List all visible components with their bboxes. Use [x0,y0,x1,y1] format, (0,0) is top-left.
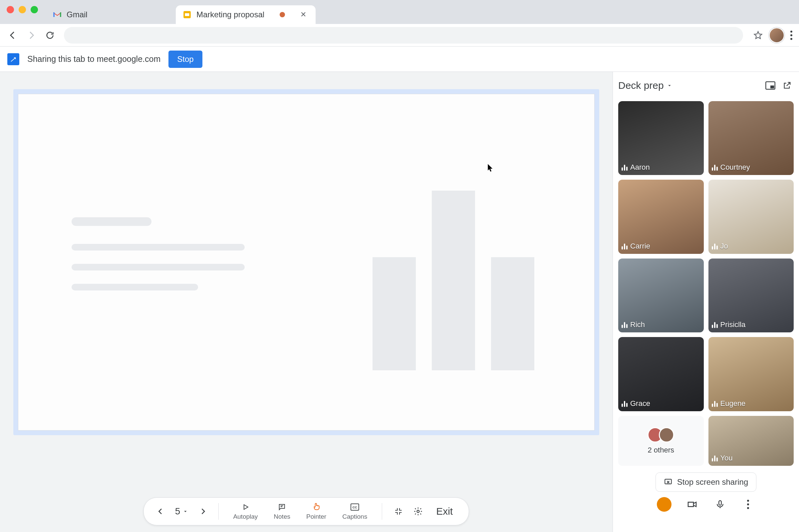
meet-panel-header: Deck prep [618,76,794,95]
next-slide-button[interactable] [196,505,209,518]
audio-level-icon [621,321,628,328]
browser-toolbar [0,24,799,46]
slide-title-placeholder [72,217,151,226]
slides-presentation-pane: 5 Autoplay Notes Pointer CC Captions [0,72,613,532]
audio-level-icon [712,455,718,461]
captions-button[interactable]: CC Captions [336,502,373,520]
google-slides-icon [182,10,192,19]
camera-toggle-button[interactable] [685,497,700,512]
participant-name: Grace [630,399,650,408]
others-count-label: 2 others [648,446,674,455]
slide-frame [13,89,599,435]
slide-canvas[interactable] [18,94,595,431]
audio-level-icon [712,164,718,171]
reload-button[interactable] [42,27,58,43]
close-window-button[interactable] [7,6,14,13]
participant-grid: Aaron Courtney Carrie Jo Rich Prisiclla … [618,101,794,466]
chevron-down-icon [182,508,188,514]
compress-icon [394,507,403,516]
stop-sharing-button[interactable]: Stop [168,51,202,68]
bookmark-star-icon[interactable] [753,30,763,40]
meet-side-panel: Deck prep Aaron Courtney Carrie Jo [613,72,799,532]
profile-avatar[interactable] [769,27,784,43]
maximize-window-button[interactable] [31,6,38,13]
minimize-view-button[interactable] [391,507,406,516]
participant-tile[interactable]: Rich [618,259,704,332]
participant-tile[interactable]: Prisiclla [708,259,794,332]
tab-title: Gmail [67,10,88,19]
tab-gmail[interactable]: Gmail [46,5,176,24]
mic-toggle-button[interactable] [713,497,727,512]
screen-share-icon [7,53,19,65]
participant-tile[interactable]: Courtney [708,101,794,175]
audio-level-icon [621,164,628,171]
gear-icon [413,507,423,516]
slide-text-placeholder [72,284,198,290]
prev-slide-button[interactable] [154,505,167,518]
close-tab-button[interactable]: ✕ [300,11,306,18]
notes-button[interactable]: Notes [268,502,296,520]
chevron-down-icon [667,82,672,89]
pointer-button[interactable]: Pointer [300,502,332,520]
others-avatars [648,427,674,442]
participant-name: Carrie [630,242,650,250]
participant-name: Courtney [721,163,750,172]
notes-icon [278,502,286,512]
chart-bar [432,191,475,370]
audio-level-icon [712,321,718,328]
participant-name: Prisiclla [721,320,746,329]
stop-screen-share-icon [664,478,672,487]
toolbar-divider [382,503,382,520]
participant-name: Jo [721,242,728,250]
participant-tile[interactable]: Eugene [708,337,794,411]
audio-level-icon [621,400,628,407]
self-avatar[interactable] [657,497,671,512]
minimize-window-button[interactable] [19,6,26,13]
stop-screen-sharing-button[interactable]: Stop screen sharing [655,472,756,492]
main-content: 5 Autoplay Notes Pointer CC Captions [0,72,799,532]
participant-name: Aaron [630,163,650,172]
browser-tab-strip: Gmail Marketing proposal ✕ [0,0,799,24]
gmail-icon [53,10,62,19]
more-menu-icon[interactable] [790,31,792,40]
window-controls [7,6,38,13]
back-button[interactable] [5,27,21,43]
svg-point-4 [417,510,420,513]
autoplay-button[interactable]: Autoplay [227,502,264,520]
participant-tile[interactable]: Grace [618,337,704,411]
self-tile[interactable]: You [708,416,794,466]
slide-text-placeholder [72,244,245,250]
play-icon [241,502,249,512]
svg-rect-6 [770,86,774,89]
chart-bar [373,257,416,370]
options-button[interactable] [410,507,426,516]
svg-rect-1 [185,13,189,16]
meeting-title-dropdown[interactable]: Deck prep [618,80,672,91]
forward-button[interactable] [23,27,39,43]
slide-text-placeholder [72,264,245,270]
audio-level-icon [712,243,718,249]
sharing-bar-text: Sharing this tab to meet.google.com [27,54,161,64]
picture-in-picture-button[interactable] [764,79,777,92]
participant-tile[interactable]: Carrie [618,180,704,253]
participant-name: Eugene [721,399,746,408]
pop-out-button[interactable] [780,79,794,92]
pointer-icon [312,502,320,512]
audio-level-icon [712,400,718,407]
self-label: You [721,454,733,462]
svg-rect-8 [719,501,721,506]
captions-icon: CC [351,502,359,512]
slide-number: 5 [175,506,181,517]
participant-tile[interactable]: Aaron [618,101,704,175]
meet-controls-bar [618,494,794,514]
more-options-button[interactable] [741,497,756,512]
others-tile[interactable]: 2 others [618,416,704,466]
stop-screen-sharing-label: Stop screen sharing [677,477,748,487]
exit-presentation-button[interactable]: Exit [430,506,459,517]
participant-name: Rich [630,320,645,329]
toolbar-divider [218,503,218,520]
slide-number-dropdown[interactable]: 5 [171,504,192,519]
tab-slides-doc[interactable]: Marketing proposal ✕ [176,5,316,24]
address-bar[interactable] [64,27,743,43]
participant-tile[interactable]: Jo [708,180,794,253]
